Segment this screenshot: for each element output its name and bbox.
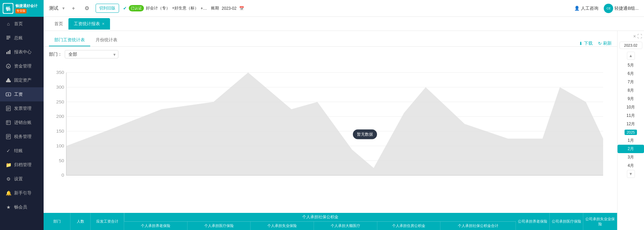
svg-rect-7 [9,50,10,54]
toolbar-left: 部门： 全部 财务部 销售部 人事部 [49,50,118,58]
purchase-icon [5,120,11,126]
tab-home[interactable]: 首页 [49,18,68,30]
month-12[interactable]: 12月 [618,120,644,128]
ledger-icon [5,35,11,41]
sub-tabs: 部门工资统计表 月份统计表 ⬇ 下载 ↻ 刷新 [44,31,617,47]
sidebar-item-member[interactable]: ★ 畅会员 [0,200,44,214]
month-2025-1[interactable]: 1月 [618,136,644,145]
dept-select-wrapper: 全部 财务部 销售部 人事部 [65,50,118,58]
user-menu[interactable]: CE 轻捷通B组... [604,4,639,13]
svg-marker-42 [66,73,603,175]
th-personal-housing: 个人承担住房公积金 [377,222,441,230]
chart-svg: 350 300 250 200 150 100 50 0 [49,65,612,183]
refresh-icon: ↻ [598,41,602,46]
svg-rect-17 [7,108,10,109]
th-personal-unemployment: 个人承担失业保险 [251,222,314,230]
sidebar: 畅 畅捷通好会计 专业版 ⌂ 首页 总账 报表中心 ¥ 资金管理 固定资产 [0,0,44,230]
app-logo-icon: 畅 [3,3,13,14]
nav-up[interactable]: ▲ [627,52,635,60]
svg-text:¥: ¥ [7,65,9,68]
th-total-salary: 应发工资合计 [91,213,124,230]
consult-icon: 👤 [574,6,580,11]
funds-icon: ¥ [5,63,11,69]
content-main: 部门工资统计表 月份统计表 ⬇ 下载 ↻ 刷新 部门： [44,31,617,230]
tab-salary-report[interactable]: 工资统计报表 × [68,18,110,30]
member-icon: ★ [5,204,11,210]
th-company-medical: 公司承担医疗保险 [550,213,584,230]
sidebar-item-reports[interactable]: 报表中心 [0,45,44,59]
sidebar-item-assets[interactable]: 固定资产 [0,73,44,87]
closing-icon: ✓ [5,148,11,154]
tabs-bar: 首页 工资统计报表 × [44,17,644,31]
guide-icon: 🔔 [5,190,11,196]
sidebar-item-settings[interactable]: ⚙ 设置 [0,172,44,186]
month-11[interactable]: 11月 [618,111,644,120]
switch-version-button[interactable]: 切到旧版 [96,4,119,13]
sidebar-item-guide[interactable]: 🔔 新手引导 [0,186,44,200]
download-icon: ⬇ [579,41,583,46]
download-button[interactable]: ⬇ 下载 [579,40,593,46]
svg-text:200: 200 [56,114,64,119]
table-header: 部门 人数 应发工资合计 个人承担社保公积金 [44,213,617,230]
badge-accounting: 好会计（专） [146,5,170,11]
refresh-button[interactable]: ↻ 刷新 [598,40,612,46]
sidebar-logo: 畅 畅捷通好会计 专业版 [0,0,44,17]
topbar-title: 测试 [49,5,58,11]
sub-tab-dept[interactable]: 部门工资统计表 [49,34,90,46]
sidebar-item-funds[interactable]: ¥ 资金管理 [0,59,44,73]
sidebar-item-archive[interactable]: 📁 归档管理 [0,158,44,172]
svg-text:$: $ [8,93,9,96]
archive-icon: 📁 [5,162,11,168]
settings-button[interactable]: ⚙ [82,4,92,13]
sidebar-item-ledger[interactable]: 总账 [0,31,44,45]
calendar-icon[interactable]: 📅 [239,6,244,11]
consult-button[interactable]: 👤 人工咨询 [574,5,598,11]
month-8[interactable]: 8月 [618,86,644,95]
svg-text:250: 250 [56,100,64,104]
month-5[interactable]: 5月 [618,61,644,70]
month-9[interactable]: 9月 [618,95,644,103]
svg-rect-4 [6,39,9,39]
invoice-icon [5,105,11,111]
month-2025-3[interactable]: 3月 [618,153,644,162]
sidebar-item-tax[interactable]: 税务管理 [0,130,44,144]
svg-rect-3 [6,37,10,38]
svg-text:100: 100 [56,144,64,148]
panel-expand-icon[interactable]: ⛶ [637,34,642,39]
month-7[interactable]: 7月 [618,78,644,86]
svg-rect-19 [6,121,10,125]
add-button[interactable]: + [69,4,78,13]
sidebar-item-closing[interactable]: ✓ 结账 [0,144,44,158]
th-group-personal: 个人承担社保公积金 [124,213,516,222]
svg-rect-5 [6,52,7,54]
right-panel: × ⛶ 2023.02 ▲ 5月 6月 7月 8月 9月 10月 11月 12月… [617,31,644,230]
tab-close-icon[interactable]: × [102,21,105,26]
topbar-dropdown-arrow[interactable]: ▾ [62,6,65,11]
svg-rect-12 [8,78,9,79]
th-personal-total: 个人承担社保公积金合计 [440,222,516,230]
dept-select[interactable]: 全部 财务部 销售部 人事部 [65,50,118,58]
sidebar-item-salary[interactable]: $ 工资 [0,87,44,101]
svg-rect-2 [6,36,10,37]
assets-icon [5,77,11,83]
svg-text:0: 0 [61,173,64,178]
svg-rect-6 [8,51,9,54]
th-company-unemployment: 公司承担失业业保险 [583,213,617,230]
sidebar-item-invoice[interactable]: 发票管理 [0,101,44,116]
nav-down[interactable]: ▼ [627,170,635,178]
settings-icon: ⚙ [5,176,11,182]
th-dept: 部门 [44,213,70,230]
month-10[interactable]: 10月 [618,103,644,111]
panel-close-icon[interactable]: × [633,34,636,39]
month-6[interactable]: 6月 [618,70,644,78]
sub-tab-month[interactable]: 月份统计表 [90,34,123,46]
svg-text:150: 150 [56,129,64,134]
chart-area: 350 300 250 200 150 100 50 0 暂无数据 [44,62,617,213]
month-2025-4[interactable]: 4月 [618,162,644,170]
svg-text:350: 350 [56,70,64,75]
month-2025-2[interactable]: 2月 [618,145,644,153]
sidebar-item-purchase[interactable]: 进销台账 [0,116,44,130]
svg-text:50: 50 [59,158,64,163]
sidebar-item-home[interactable]: ⌂ 首页 [0,17,44,31]
svg-rect-24 [7,136,10,137]
